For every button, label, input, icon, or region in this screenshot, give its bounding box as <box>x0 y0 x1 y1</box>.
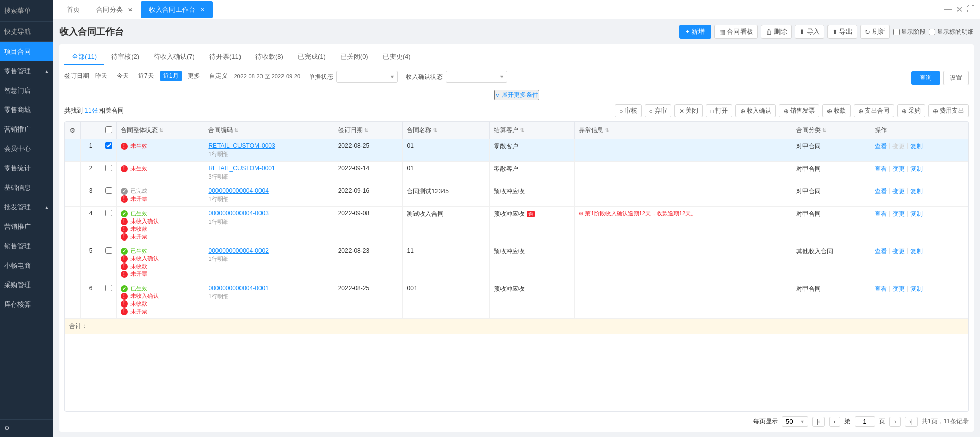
row-checkbox[interactable] <box>105 247 112 254</box>
delete-button[interactable]: 🗑 删除 <box>761 25 792 39</box>
show-stages-checkbox[interactable]: 显示阶段 <box>893 28 926 36</box>
op-变更[interactable]: 变更 <box>892 285 905 293</box>
status-tab-all[interactable]: 全部(11) <box>64 49 104 65</box>
kanban-button[interactable]: ▦ 合同看板 <box>714 25 758 39</box>
sidebar-item-smart[interactable]: 智慧门店 <box>0 81 53 100</box>
row-code[interactable]: RETAIL_CUSTOM-00013行明细 <box>204 162 334 184</box>
row-checkbox[interactable] <box>105 285 112 291</box>
next-page-button[interactable]: › <box>889 417 901 427</box>
col-settings[interactable]: ⚙ <box>65 122 80 139</box>
sidebar-item-stats[interactable]: 零售统计 <box>0 159 53 178</box>
date-btn-yesterday[interactable]: 昨天 <box>92 71 111 81</box>
sidebar-item-marketing1[interactable]: 营销推广 <box>0 120 53 139</box>
contract-code-link[interactable]: 0000000000004-0001 <box>208 285 268 292</box>
sidebar-item-sales[interactable]: 销售管理 <box>0 236 53 256</box>
date-btn-today[interactable]: 今天 <box>114 71 132 81</box>
expand-filter-button[interactable]: ∨ 展开更多条件 <box>494 90 539 100</box>
sidebar-settings[interactable]: ⚙ <box>0 419 53 437</box>
op-变更[interactable]: 变更 <box>892 210 905 218</box>
row-checkbox-cell[interactable] <box>101 184 116 207</box>
refresh-button[interactable]: ↻ 刷新 <box>860 25 890 39</box>
date-btn-more[interactable]: 更多 <box>185 71 203 81</box>
contract-code-link[interactable]: 0000000000004-0004 <box>208 187 268 194</box>
row-code[interactable]: 0000000000004-00031行明细 <box>204 207 334 244</box>
status-tab-pending-confirm[interactable]: 待收入确认(7) <box>146 49 202 65</box>
tab-category[interactable]: 合同分类 ✕ <box>88 1 141 18</box>
minimize-icon[interactable]: — <box>944 5 952 14</box>
filter-settings-button[interactable]: 设置 <box>943 71 969 85</box>
op-变更[interactable]: 变更 <box>892 247 905 256</box>
op-复制[interactable]: 复制 <box>910 142 923 151</box>
op-查看[interactable]: 查看 <box>875 165 887 173</box>
row-code[interactable]: RETAIL_CUSTOM-00031行明细 <box>204 139 334 162</box>
close-button[interactable]: ✕ 关闭 <box>674 104 703 117</box>
sidebar-item-base[interactable]: 基础信息 <box>0 178 53 198</box>
status-tab-pending-invoice[interactable]: 待开票(11) <box>202 49 248 65</box>
contract-code-link[interactable]: RETAIL_CUSTOM-0003 <box>208 142 275 149</box>
receipt-confirm-select[interactable] <box>446 71 507 83</box>
row-operations[interactable]: 查看|变更|复制 <box>870 207 968 244</box>
op-复制[interactable]: 复制 <box>910 165 923 173</box>
status-tab-pending-review[interactable]: 待审核(2) <box>104 49 146 65</box>
date-btn-1month[interactable]: 近1月 <box>160 71 182 81</box>
row-checkbox-cell[interactable] <box>101 207 116 244</box>
receive-payment-button[interactable]: ⊕ 收款 <box>822 104 851 117</box>
status-tab-closed[interactable]: 已关闭(0) <box>333 49 376 65</box>
sidebar-search[interactable]: 搜索菜单 <box>0 0 53 22</box>
row-checkbox[interactable] <box>105 210 112 216</box>
query-button[interactable]: 查询 <box>911 71 940 85</box>
op-查看[interactable]: 查看 <box>875 142 887 151</box>
op-复制[interactable]: 复制 <box>910 247 923 256</box>
op-复制[interactable]: 复制 <box>910 285 923 293</box>
row-code[interactable]: 0000000000004-00021行明细 <box>204 244 334 281</box>
doc-status-select[interactable] <box>336 71 398 83</box>
op-变更[interactable]: 变更 <box>892 187 905 196</box>
row-checkbox-cell[interactable] <box>101 281 116 319</box>
row-checkbox-cell[interactable] <box>101 162 116 184</box>
op-变更[interactable]: 变更 <box>892 142 905 151</box>
sidebar-item-retail[interactable]: 零售管理 ▲ <box>0 61 53 81</box>
status-tab-completed[interactable]: 已完成(1) <box>291 49 333 65</box>
expense-button[interactable]: ⊕ 费用支出 <box>928 104 969 117</box>
purchase-button[interactable]: ⊕ 采购 <box>897 104 925 117</box>
show-details-checkbox[interactable]: 显示标的明细 <box>929 28 974 36</box>
tab-home[interactable]: 首页 <box>58 1 88 18</box>
op-复制[interactable]: 复制 <box>910 210 923 218</box>
contract-code-link[interactable]: RETAIL_CUSTOM-0001 <box>208 165 275 172</box>
op-查看[interactable]: 查看 <box>875 210 887 218</box>
row-operations[interactable]: 查看|变更|复制 <box>870 281 968 319</box>
row-checkbox-cell[interactable] <box>101 244 116 281</box>
sidebar-item-online[interactable]: 零售商城 <box>0 100 53 120</box>
sidebar-quick-nav[interactable]: 快捷导航 <box>0 22 53 42</box>
op-复制[interactable]: 复制 <box>910 187 923 196</box>
open-button[interactable]: □ 打开 <box>706 104 732 117</box>
sidebar-item-marketing2[interactable]: 营销推广 <box>0 217 53 236</box>
last-page-button[interactable]: ›| <box>905 417 918 427</box>
page-size-select[interactable]: 50 100 200 <box>782 416 808 427</box>
sidebar-item-inventory[interactable]: 库存核算 <box>0 295 53 314</box>
row-checkbox-cell[interactable] <box>101 139 116 162</box>
sidebar-item-purchase[interactable]: 采购管理 <box>0 275 53 295</box>
new-button[interactable]: + 新增 <box>679 25 712 39</box>
expand-icon[interactable]: ⛶ <box>967 5 975 14</box>
status-tab-pending-payment[interactable]: 待收款(8) <box>248 49 291 65</box>
page-number-input[interactable] <box>855 416 875 427</box>
tab-workbench[interactable]: 收入合同工作台 ✕ <box>141 1 213 18</box>
row-checkbox[interactable] <box>105 187 112 194</box>
row-code[interactable]: 0000000000004-00011行明细 <box>204 281 334 319</box>
status-tab-changed[interactable]: 已变更(4) <box>376 49 418 65</box>
row-checkbox[interactable] <box>105 142 112 149</box>
first-page-button[interactable]: |‹ <box>812 417 825 427</box>
date-btn-7days[interactable]: 近7天 <box>135 71 157 81</box>
income-confirm-button[interactable]: ⊕ 收入确认 <box>735 104 776 117</box>
sidebar-item-ecom[interactable]: 小畅电商 <box>0 256 53 275</box>
sidebar-item-wholesale[interactable]: 批发管理 ▲ <box>0 198 53 217</box>
sidebar-item-member[interactable]: 会员中心 <box>0 139 53 159</box>
prev-page-button[interactable]: ‹ <box>829 417 840 427</box>
row-operations[interactable]: 查看|变更|复制 <box>870 162 968 184</box>
close-icon[interactable]: ✕ <box>200 7 205 13</box>
approve-button[interactable]: ○ 审核 <box>615 104 641 117</box>
row-checkbox[interactable] <box>105 165 112 171</box>
contract-code-link[interactable]: 0000000000004-0003 <box>208 210 268 217</box>
row-code[interactable]: 0000000000004-00041行明细 <box>204 184 334 207</box>
